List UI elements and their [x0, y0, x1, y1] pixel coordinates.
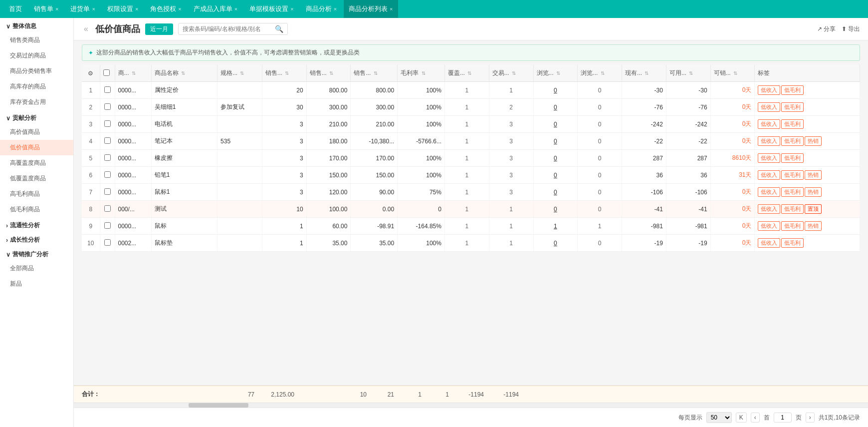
col-browse1[interactable]: 浏览... ⇅: [533, 65, 578, 82]
scroll-thumb[interactable]: [189, 403, 248, 408]
col-s1[interactable]: 销售... ⇅: [262, 65, 306, 82]
col-avail[interactable]: 可用... ⇅: [666, 65, 710, 82]
date-filter-btn[interactable]: 近一月: [145, 23, 173, 35]
close-icon[interactable]: ×: [234, 6, 237, 12]
nav-purchase[interactable]: 进货单 ×: [65, 0, 100, 18]
sidebar-item-traded[interactable]: 交易过的商品: [0, 48, 73, 63]
sidebar-item-low-value[interactable]: 低价值商品: [0, 140, 73, 155]
close-icon[interactable]: ×: [178, 6, 181, 12]
row-checkbox[interactable]: [104, 222, 111, 229]
row-checkbox-cell[interactable]: [100, 167, 115, 184]
col-sellable[interactable]: 可销... ⇅: [710, 65, 755, 82]
row-checkbox[interactable]: [104, 154, 111, 161]
row-checkbox-cell[interactable]: [100, 184, 115, 201]
sidebar-item-category-rate[interactable]: 商品分类销售率: [0, 63, 73, 79]
close-icon[interactable]: ×: [92, 6, 95, 12]
row-checkbox-cell[interactable]: [100, 235, 115, 252]
row-browse1[interactable]: 0: [533, 235, 578, 252]
row-checkbox-cell[interactable]: [100, 82, 115, 99]
close-icon[interactable]: ×: [55, 6, 58, 12]
page-input[interactable]: [774, 413, 792, 423]
row-checkbox[interactable]: [104, 103, 111, 110]
close-icon[interactable]: ×: [390, 6, 393, 12]
close-icon[interactable]: ×: [290, 6, 293, 12]
gear-icon[interactable]: ⚙: [88, 70, 93, 77]
col-settings[interactable]: ⚙: [82, 65, 100, 82]
col-browse2[interactable]: 浏览... ⇅: [578, 65, 622, 82]
row-checkbox-cell[interactable]: [100, 150, 115, 167]
row-browse1[interactable]: 0: [533, 116, 578, 133]
table-container[interactable]: ⚙ 商... ⇅ 商品名称 ⇅ 规格... ⇅ 销售... ⇅ 销售... ⇅ …: [82, 65, 860, 385]
row-checkbox-cell[interactable]: [100, 218, 115, 235]
sidebar-group-contribution[interactable]: ∨ 贡献分析: [0, 110, 73, 124]
row-checkbox[interactable]: [104, 137, 111, 144]
nav-sales[interactable]: 销售单 ×: [29, 0, 63, 18]
col-s2[interactable]: 销售... ⇅: [306, 65, 351, 82]
row-checkbox[interactable]: [104, 205, 111, 212]
row-browse1[interactable]: 0: [533, 201, 578, 218]
row-checkbox-cell[interactable]: [100, 116, 115, 133]
sidebar-item-new-goods[interactable]: 新品: [0, 276, 73, 292]
sidebar-item-stock-fund[interactable]: 库存资金占用: [0, 94, 73, 110]
sidebar-item-high-coverage[interactable]: 高覆盖度商品: [0, 155, 73, 171]
nav-role[interactable]: 角色授权 ×: [145, 0, 186, 18]
row-browse1[interactable]: 0: [533, 150, 578, 167]
sidebar-group-overall[interactable]: ∨ 整体信息: [0, 18, 73, 32]
row-browse1[interactable]: 1: [533, 218, 578, 235]
col-checkbox[interactable]: [100, 65, 115, 82]
nav-home[interactable]: 首页: [4, 0, 27, 18]
row-browse1[interactable]: 0: [533, 82, 578, 99]
prev-page-btn[interactable]: ‹: [751, 413, 760, 423]
col-coverage[interactable]: 覆盖... ⇅: [444, 65, 489, 82]
col-profit-rate[interactable]: 毛利率 ⇅: [398, 65, 445, 82]
col-code[interactable]: 商... ⇅: [115, 65, 151, 82]
col-stock[interactable]: 现有... ⇅: [622, 65, 666, 82]
nav-goods-analysis[interactable]: 商品分析 ×: [301, 0, 342, 18]
sidebar-item-high-value[interactable]: 高价值商品: [0, 124, 73, 140]
sidebar-group-circulation[interactable]: › 流通性分析: [0, 217, 73, 232]
row-days: 0天: [710, 184, 755, 201]
row-browse1[interactable]: 0: [533, 167, 578, 184]
sidebar-item-all-goods[interactable]: 全部商品: [0, 261, 73, 276]
search-input[interactable]: [183, 25, 275, 32]
search-icon[interactable]: 🔍: [275, 25, 283, 33]
share-btn[interactable]: ↗ 分享: [817, 25, 836, 33]
sidebar-item-high-profit[interactable]: 高毛利商品: [0, 186, 73, 202]
row-browse1[interactable]: 0: [533, 99, 578, 116]
page-size-select[interactable]: 50 100 200: [706, 412, 732, 423]
sidebar-group-marketing[interactable]: ∨ 营销推广分析: [0, 246, 73, 261]
sidebar-item-high-stock[interactable]: 高库存的商品: [0, 79, 73, 94]
close-icon[interactable]: ×: [334, 6, 337, 12]
row-s3: -10,380...: [351, 133, 398, 150]
col-spec[interactable]: 规格... ⇅: [217, 65, 262, 82]
nav-instock[interactable]: 产成品入库单 ×: [189, 0, 242, 18]
nav-goods-list[interactable]: 商品分析列表 ×: [344, 0, 398, 18]
row-checkbox-cell[interactable]: [100, 99, 115, 116]
export-btn[interactable]: ⬆ 导出: [842, 25, 860, 33]
row-checkbox-cell[interactable]: [100, 133, 115, 150]
row-checkbox[interactable]: [104, 188, 111, 195]
col-s3[interactable]: 销售... ⇅: [351, 65, 398, 82]
tag: 热销: [805, 187, 822, 197]
row-checkbox[interactable]: [104, 171, 111, 178]
next-page-btn[interactable]: ›: [806, 413, 815, 423]
sidebar-item-low-profit[interactable]: 低毛利商品: [0, 202, 73, 217]
col-trade[interactable]: 交易... ⇅: [489, 65, 533, 82]
nav-template[interactable]: 单据模板设置 ×: [244, 0, 298, 18]
row-browse1[interactable]: 0: [533, 184, 578, 201]
sidebar-item-low-coverage[interactable]: 低覆盖度商品: [0, 171, 73, 186]
sidebar-item-sales-goods[interactable]: 销售类商品: [0, 32, 73, 48]
row-checkbox[interactable]: [104, 239, 111, 246]
select-all-checkbox[interactable]: [103, 69, 110, 76]
sidebar-group-growth[interactable]: › 成长性分析: [0, 232, 73, 246]
close-icon[interactable]: ×: [135, 6, 138, 12]
col-name[interactable]: 商品名称 ⇅: [151, 65, 217, 82]
row-checkbox[interactable]: [104, 86, 111, 93]
first-page-btn[interactable]: K: [736, 413, 747, 423]
row-checkbox-cell[interactable]: [100, 201, 115, 218]
nav-permission[interactable]: 权限设置 ×: [102, 0, 143, 18]
scroll-bar[interactable]: [74, 403, 868, 408]
row-browse1[interactable]: 0: [533, 133, 578, 150]
row-checkbox[interactable]: [104, 120, 111, 127]
collapse-sidebar-btn[interactable]: «: [82, 23, 90, 34]
